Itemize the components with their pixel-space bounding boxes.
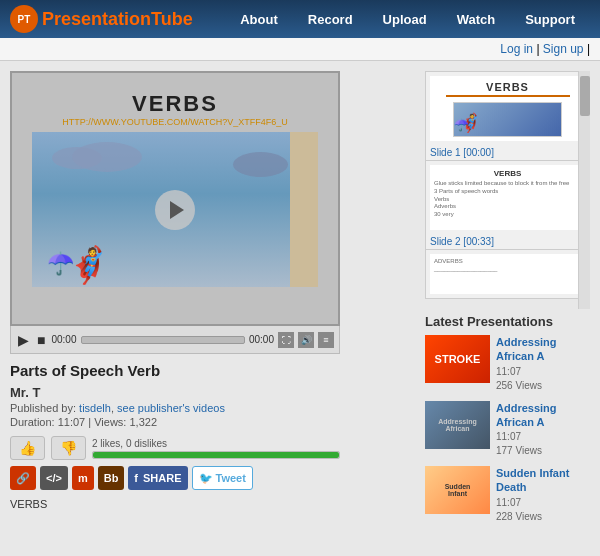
- nav-upload[interactable]: Upload: [368, 0, 442, 38]
- slide-1-title: VERBS: [486, 81, 529, 93]
- like-bar-fill: [93, 452, 339, 458]
- slide-3-content: ADVERBS ___________________: [430, 254, 585, 294]
- latest-item-meta-2: 11:07 177 Views: [496, 430, 590, 458]
- twitter-icon: 🐦: [199, 472, 213, 485]
- dislike-button[interactable]: 👎: [51, 436, 86, 460]
- logo-icon: PT: [10, 5, 38, 33]
- slide-1-label[interactable]: Slide 1 [00:00]: [426, 145, 589, 160]
- login-bar: Log in | Sign up |: [0, 38, 600, 61]
- latest-item-views-1: 256 Views: [496, 379, 590, 393]
- slide-1-underline: [446, 95, 570, 97]
- share-embed-button[interactable]: </>: [40, 466, 68, 490]
- latest-item-meta-1: 11:07 256 Views: [496, 365, 590, 393]
- login-link[interactable]: Log in: [500, 42, 533, 56]
- nav-record[interactable]: Record: [293, 0, 368, 38]
- controls-bar: ▶ ■ 00:00 00:00 ⛶ 🔊 ≡: [10, 326, 340, 354]
- video-info: Parts of Speech Verb Mr. T Published by:…: [10, 362, 340, 510]
- slide-3-thumbnail[interactable]: ADVERBS ___________________: [426, 250, 589, 298]
- left-col: VERBS HTTP://WWW.YOUTUBE.COM/WATCH?V_XTF…: [10, 71, 415, 532]
- slides-list: VERBS 🦸 ☂️ Slide 1 [00:00] VERBS: [425, 71, 590, 299]
- share-fb-label: SHARE: [143, 472, 182, 484]
- slide-1-thumbnail[interactable]: VERBS 🦸 ☂️: [426, 72, 589, 145]
- latest-thumb-3-label: SuddenInfant: [445, 483, 471, 497]
- share-link-button[interactable]: 🔗: [10, 466, 36, 490]
- share-mm-button[interactable]: m: [72, 466, 94, 490]
- slide-2-label[interactable]: Slide 2 [00:33]: [426, 234, 589, 249]
- nav-about[interactable]: About: [225, 0, 293, 38]
- latest-section: Latest Presentations STROKE Addressing A…: [425, 314, 590, 524]
- published-by: Published by: tisdelh, see publisher's v…: [10, 402, 340, 414]
- volume-icon[interactable]: 🔊: [298, 332, 314, 348]
- latest-item-title-2[interactable]: Addressing African A: [496, 401, 590, 430]
- latest-item-duration-3: 11:07: [496, 496, 590, 510]
- login-separator2: |: [587, 42, 590, 56]
- slide-2-text: Glue sticks limited because to block it …: [434, 180, 581, 219]
- settings-icon[interactable]: ≡: [318, 332, 334, 348]
- latest-item-1: STROKE Addressing African A 11:07 256 Vi…: [425, 335, 590, 393]
- header: PT PresentationTube About Record Upload …: [0, 0, 600, 38]
- share-twitter-button[interactable]: 🐦 Tweet: [192, 466, 253, 490]
- share-bb-button[interactable]: Bb: [98, 466, 125, 490]
- slide-3-text: ADVERBS ___________________: [434, 258, 581, 274]
- video-subtitle-overlay: HTTP://WWW.YOUTUBE.COM/WATCH?V_XTFF4F6_U: [12, 117, 338, 127]
- slide-2-title: VERBS: [434, 169, 581, 178]
- publisher-link[interactable]: tisdelh: [79, 402, 111, 414]
- fullscreen-icon[interactable]: ⛶: [278, 332, 294, 348]
- progress-bar[interactable]: [81, 336, 245, 344]
- share-buttons: 🔗 </> m Bb f SHARE 🐦 Tweet: [10, 466, 340, 490]
- duration-views: Duration: 11:07 | Views: 1,322: [10, 416, 340, 428]
- nav: About Record Upload Watch Support: [225, 0, 590, 38]
- views-label: Views:: [94, 416, 126, 428]
- author-name: Mr. T: [10, 385, 340, 400]
- time-end: 00:00: [249, 334, 274, 345]
- sidebar-strip: [290, 132, 318, 287]
- latest-thumb-2[interactable]: AddressingAfrican: [425, 401, 490, 449]
- slide-2-content: VERBS Glue sticks limited because to blo…: [430, 165, 585, 230]
- views-value: 1,322: [129, 416, 157, 428]
- latest-thumb-1-label: STROKE: [435, 353, 481, 365]
- latest-info-1: Addressing African A 11:07 256 Views: [496, 335, 590, 393]
- play-ctrl-button[interactable]: ▶: [16, 332, 31, 348]
- share-tw-label: Tweet: [216, 472, 246, 484]
- right-col: VERBS 🦸 ☂️ Slide 1 [00:00] VERBS: [425, 71, 590, 532]
- tags-section: VERBS: [10, 498, 340, 510]
- latest-info-2: Addressing African A 11:07 177 Views: [496, 401, 590, 459]
- slides-scrollbar[interactable]: [578, 71, 590, 309]
- share-facebook-button[interactable]: f SHARE: [128, 466, 187, 490]
- like-count: 2 likes, 0 dislikes: [92, 438, 340, 449]
- latest-thumb-1[interactable]: STROKE: [425, 335, 490, 383]
- slide-2-thumbnail[interactable]: VERBS Glue sticks limited because to blo…: [426, 161, 589, 234]
- play-button[interactable]: [155, 190, 195, 230]
- nav-watch[interactable]: Watch: [442, 0, 511, 38]
- published-label: Published by:: [10, 402, 76, 414]
- video-player: VERBS HTTP://WWW.YOUTUBE.COM/WATCH?V_XTF…: [10, 71, 340, 326]
- latest-item-views-3: 228 Views: [496, 510, 590, 524]
- latest-thumb-2-label: AddressingAfrican: [438, 418, 477, 432]
- time-start: 00:00: [51, 334, 76, 345]
- video-title-overlay: VERBS: [12, 73, 338, 117]
- stop-ctrl-button[interactable]: ■: [35, 332, 47, 348]
- scrollbar-thumb[interactable]: [580, 76, 590, 116]
- slide-1-inner-image: 🦸 ☂️: [453, 102, 562, 137]
- video-title: Parts of Speech Verb: [10, 362, 340, 379]
- tags-label: VERBS: [10, 498, 47, 510]
- like-button[interactable]: 👍: [10, 436, 45, 460]
- duration-value: 11:07: [58, 416, 86, 428]
- duration-label: Duration:: [10, 416, 55, 428]
- slides-panel: VERBS 🦸 ☂️ Slide 1 [00:00] VERBS: [425, 71, 590, 309]
- latest-item-title-1[interactable]: Addressing African A: [496, 335, 590, 364]
- latest-title: Latest Presentations: [425, 314, 590, 329]
- nav-support[interactable]: Support: [510, 0, 590, 38]
- publisher-videos-link[interactable]: see publisher's videos: [117, 402, 225, 414]
- latest-item-duration-1: 11:07: [496, 365, 590, 379]
- latest-item-views-2: 177 Views: [496, 444, 590, 458]
- logo-text: PresentationTube: [42, 9, 193, 30]
- latest-thumb-3[interactable]: SuddenInfant: [425, 466, 490, 514]
- main: VERBS HTTP://WWW.YOUTUBE.COM/WATCH?V_XTF…: [0, 61, 600, 542]
- latest-item-3: SuddenInfant Sudden Infant Death 11:07 2…: [425, 466, 590, 524]
- video-inner[interactable]: 🦸 ☂️: [32, 132, 318, 287]
- latest-item-duration-2: 11:07: [496, 430, 590, 444]
- logo-area: PT PresentationTube: [10, 5, 225, 33]
- latest-item-title-3[interactable]: Sudden Infant Death: [496, 466, 590, 495]
- signup-link[interactable]: Sign up: [543, 42, 584, 56]
